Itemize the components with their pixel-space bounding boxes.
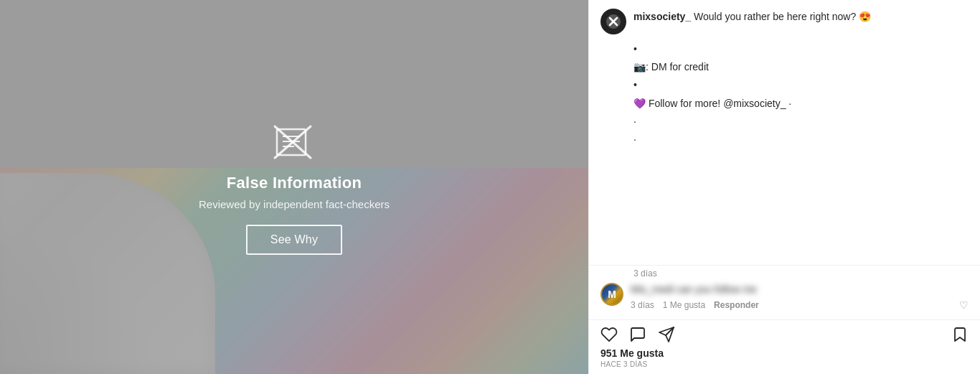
comment-icon[interactable] xyxy=(629,326,646,343)
comment-likes-count: 1 Me gusta xyxy=(663,300,705,310)
bookmark-icon[interactable] xyxy=(951,326,969,343)
caption-area: mixsociety_ Would you rather be here rig… xyxy=(589,0,980,265)
comment-avatar[interactable]: M xyxy=(600,283,623,306)
comment-section-time: 3 días xyxy=(633,268,969,279)
likes-count: 951 Me gusta xyxy=(589,346,980,360)
post-username[interactable]: mixsociety_ xyxy=(633,11,691,22)
false-info-subtitle: Reviewed by independent fact-checkers xyxy=(199,198,390,210)
post-text-partial: Would you rather be here right now? 😍 xyxy=(694,11,871,22)
comment-text: Mis_medi can you follow me xyxy=(631,283,969,297)
caption-bullet2: • xyxy=(633,76,969,94)
comment-item: M Mis_medi can you follow me 3 días 1 Me… xyxy=(600,283,969,311)
comment-time: 3 días xyxy=(631,300,654,310)
caption-text: mixsociety_ Would you rather be here rig… xyxy=(633,9,871,24)
caption-credit: 📷: DM for credit xyxy=(633,58,969,76)
caption-bullet1: • xyxy=(633,40,969,58)
comment-heart-icon[interactable]: ♡ xyxy=(959,299,969,311)
post-sidebar: mixsociety_ Would you rather be here rig… xyxy=(588,0,980,374)
caption-block: • 📷: DM for credit • 💜 Follow for more! … xyxy=(600,40,969,149)
comment-content: Mis_medi can you follow me 3 días 1 Me g… xyxy=(631,283,969,311)
caption-dot2: · xyxy=(633,131,969,149)
false-info-overlay: False Information Reviewed by independen… xyxy=(0,0,588,374)
post-avatar[interactable] xyxy=(600,9,626,34)
like-icon[interactable] xyxy=(600,326,618,343)
caption-dot1: · xyxy=(633,113,969,131)
caption-header: mixsociety_ Would you rather be here rig… xyxy=(600,9,969,34)
actions-bar xyxy=(589,319,980,346)
comment-reply-button[interactable]: Responder xyxy=(714,300,759,310)
share-icon[interactable] xyxy=(658,326,675,343)
comment-username-blurred: Mis_medi can you follow me xyxy=(631,283,757,297)
comments-area: 3 días M Mis_medi can you follow me 3 dí… xyxy=(589,265,980,319)
post-timestamp: HACE 3 DÍAS xyxy=(589,360,980,374)
caption-follow: 💜 Follow for more! @mixsociety_ · xyxy=(633,95,969,113)
post-image-panel: False Information Reviewed by independen… xyxy=(0,0,588,374)
false-info-title: False Information xyxy=(227,174,362,192)
false-info-icon xyxy=(271,119,317,165)
comment-meta: 3 días 1 Me gusta Responder ♡ xyxy=(631,299,969,311)
see-why-button[interactable]: See Why xyxy=(246,225,342,255)
